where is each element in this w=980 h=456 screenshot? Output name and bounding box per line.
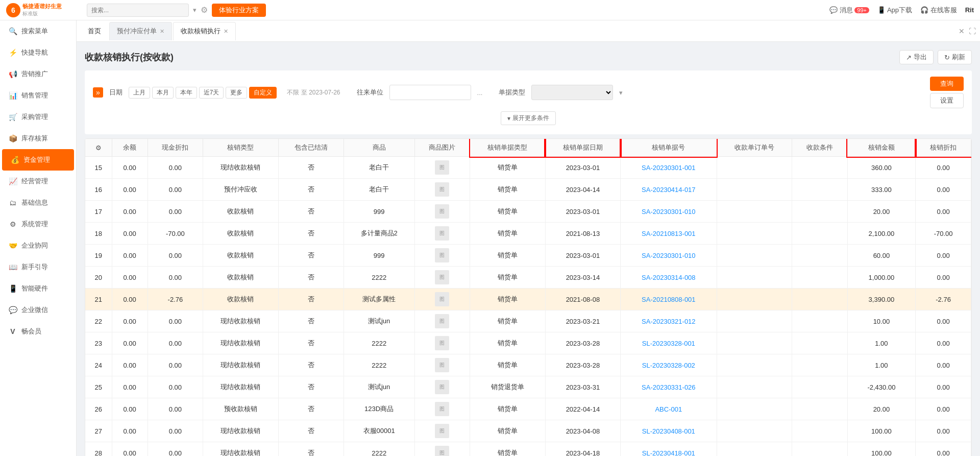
sidebar: 🔍 搜索菜单 ⚡ 快捷导航 📢 营销推广 📊 销售管理 🛒 采购管理 📦 库存核… — [0, 20, 77, 456]
cell-bill-type: 销货单 — [470, 420, 545, 442]
sidebar-item-hardware[interactable]: 📱 智能硬件 — [0, 278, 76, 299]
cell-cancel-type: 现结收款核销 — [203, 157, 278, 179]
th-receipt-cond: 收款条件 — [792, 139, 847, 157]
tab-expand-icon[interactable]: ⛶ — [969, 27, 976, 35]
bill-no-link[interactable]: SA-20210813-001 — [642, 230, 696, 237]
th-cancel-discount: 核销折扣 — [916, 139, 971, 157]
bill-no-link[interactable]: SA-20230301-010 — [642, 252, 696, 259]
cell-cash-discount: 0.00 — [148, 157, 203, 179]
filter-row-1: » 日期 上月 本月 本年 近7天 更多 自定义 不限 至 2023-07-26… — [93, 77, 964, 108]
bill-no-link[interactable]: SA-20210808-001 — [642, 296, 696, 303]
filter-toggle-btn[interactable]: » — [93, 87, 103, 98]
sidebar-item-wechat[interactable]: 💬 企业微信 — [0, 299, 76, 321]
prepay-tab-close[interactable]: ✕ — [160, 28, 164, 35]
bill-no-link[interactable]: SL-20230418-001 — [642, 449, 695, 457]
table-row: 18 0.00 -70.00 收款核销 否 多计量商品2 图 销货单 2021-… — [85, 223, 971, 245]
cell-cancel-discount: 0.00 — [916, 442, 971, 457]
this-month-btn[interactable]: 本月 — [152, 87, 174, 99]
th-included: 包含已结清 — [278, 139, 344, 157]
bill-no-link[interactable]: SA-20230301-001 — [642, 164, 696, 172]
th-settings[interactable]: ⚙ — [85, 139, 112, 157]
export-button[interactable]: ↗ 导出 — [899, 50, 934, 64]
cell-cancel-amount: 333.00 — [847, 179, 916, 201]
sidebar-item-search[interactable]: 🔍 搜索菜单 — [0, 20, 76, 42]
sidebar-item-guide[interactable]: 📖 新手引导 — [0, 256, 76, 278]
receipt-cancel-tab-close[interactable]: ✕ — [224, 28, 228, 35]
more-btn[interactable]: 更多 — [226, 87, 247, 99]
app-download-link[interactable]: 📱 App下载 — [877, 6, 912, 15]
bill-no-link[interactable]: SA-20230331-026 — [642, 383, 696, 391]
collapse-icon[interactable]: » — [93, 87, 103, 98]
bill-no-link[interactable]: SA-20230414-017 — [642, 186, 696, 194]
sidebar-item-sales[interactable]: 📊 销售管理 — [0, 85, 76, 106]
cell-receipt-order — [717, 201, 792, 223]
receipt-type-select[interactable] — [531, 85, 613, 100]
cell-bill-date: 2023-04-08 — [545, 420, 620, 442]
tab-prepay[interactable]: 预付冲应付单 ✕ — [109, 22, 172, 40]
last-month-btn[interactable]: 上月 — [129, 87, 150, 99]
sidebar-item-purchase[interactable]: 🛒 采购管理 — [0, 106, 76, 128]
receipt-type-label: 单据类型 — [499, 88, 525, 97]
cell-product-img: 图 — [414, 267, 470, 289]
cell-bill-date: 2021-08-13 — [545, 223, 620, 245]
bill-no-link[interactable]: SL-20230408-001 — [642, 427, 695, 435]
cell-product: 老白干 — [344, 157, 414, 179]
expand-more-btn[interactable]: ▾ 展开更多条件 — [501, 111, 556, 125]
tab-home[interactable]: 首页 — [81, 22, 108, 40]
industry-solution-button[interactable]: 体验行业方案 — [212, 4, 266, 17]
base-info-icon: 🗂 — [8, 198, 17, 207]
cell-receipt-order — [717, 179, 792, 201]
sidebar-item-label: 智能硬件 — [21, 284, 48, 293]
bill-no-link[interactable]: SA-20230301-010 — [642, 208, 696, 215]
sidebar-item-base-info[interactable]: 🗂 基础信息 — [0, 192, 76, 213]
cell-included: 否 — [278, 376, 344, 398]
this-year-btn[interactable]: 本年 — [176, 87, 197, 99]
bill-no-link[interactable]: SL-20230328-001 — [642, 340, 695, 347]
messages-link[interactable]: 💬 消息 99+ — [829, 6, 869, 15]
cell-cancel-discount: -2.76 — [916, 289, 971, 310]
settings-button[interactable]: 设置 — [930, 93, 964, 108]
sidebar-item-vip[interactable]: V 畅会员 — [0, 321, 76, 342]
counterpart-input[interactable] — [389, 85, 471, 100]
chevron-down-icon[interactable]: ▾ — [193, 6, 197, 14]
sidebar-item-enterprise[interactable]: 🤝 企业协同 — [0, 235, 76, 256]
cell-bill-no: SL-20230408-001 — [621, 420, 717, 442]
sidebar-item-quick-nav[interactable]: ⚡ 快捷导航 — [0, 42, 76, 63]
tab-receipt-cancel[interactable]: 收款核销执行 ✕ — [173, 22, 236, 40]
settings-icon[interactable]: ⚙ — [201, 5, 208, 15]
bill-no-link[interactable]: SL-20230328-002 — [642, 362, 695, 369]
cell-receipt-order — [717, 442, 792, 457]
cell-cancel-type: 预付冲应收 — [203, 179, 278, 201]
cell-receipt-order — [717, 354, 792, 376]
table-row: 19 0.00 0.00 收款核销 否 999 图 销货单 2023-03-01… — [85, 245, 971, 267]
custom-date-btn[interactable]: 自定义 — [249, 87, 277, 99]
sidebar-item-inventory[interactable]: 📦 库存核算 — [0, 128, 76, 149]
online-service-link[interactable]: 🎧 在线客服 — [920, 6, 957, 15]
cell-cancel-discount: 0.00 — [916, 376, 971, 398]
bill-no-link[interactable]: ABC-001 — [655, 405, 682, 413]
search-input[interactable] — [87, 4, 189, 17]
purchase-icon: 🛒 — [8, 112, 17, 122]
cell-bill-date: 2023-03-28 — [545, 332, 620, 354]
messages-badge: 99+ — [854, 7, 869, 13]
cell-cancel-amount: 1,000.00 — [847, 267, 916, 289]
refresh-button[interactable]: ↻ 刷新 — [938, 50, 972, 64]
sidebar-item-label: 营销推广 — [21, 69, 48, 79]
bill-no-link[interactable]: SA-20230321-012 — [642, 318, 696, 325]
date-group: 上月 本月 本年 近7天 更多 自定义 — [129, 87, 277, 99]
sidebar-item-finance[interactable]: 💰 资金管理 — [2, 149, 74, 171]
query-button[interactable]: 查询 — [930, 77, 964, 91]
sidebar-item-system[interactable]: ⚙ 系统管理 — [0, 213, 76, 235]
th-product-img: 商品图片 — [414, 139, 470, 157]
bill-no-link[interactable]: SA-20230314-008 — [642, 274, 696, 281]
cell-cancel-amount: 60.00 — [847, 245, 916, 267]
last7days-btn[interactable]: 近7天 — [199, 87, 224, 99]
sidebar-item-operations[interactable]: 📈 经营管理 — [0, 171, 76, 192]
tab-close-all-icon[interactable]: ✕ — [959, 27, 965, 35]
wechat-icon: 💬 — [8, 305, 17, 315]
cell-product: 999 — [344, 201, 414, 223]
cell-bill-type: 销货单 — [470, 289, 545, 310]
sidebar-item-marketing[interactable]: 📢 营销推广 — [0, 63, 76, 85]
cell-product: 2222 — [344, 267, 414, 289]
cell-receipt-cond — [792, 310, 847, 332]
